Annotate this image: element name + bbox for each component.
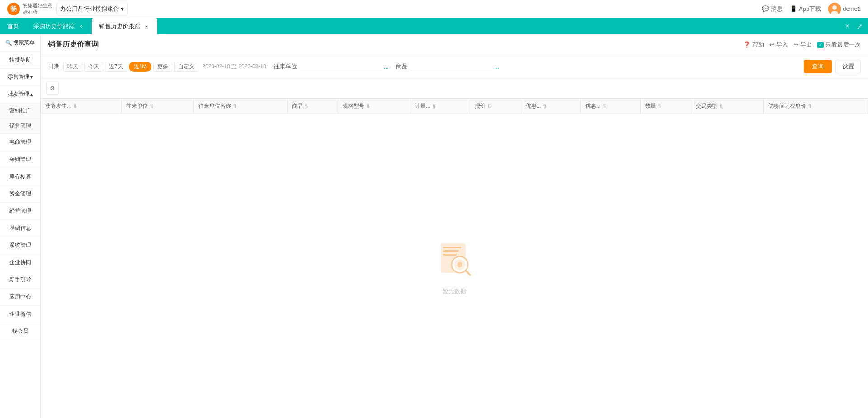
close-window-btn[interactable]: × — [844, 20, 851, 32]
th-counterpart-code[interactable]: 往来单位 ⇅ — [122, 99, 194, 114]
sidebar-item-basic-info[interactable]: 基础信息 — [0, 220, 40, 237]
tab-sales-history[interactable]: 销售历史价跟踪 × — [92, 18, 157, 34]
tab-home[interactable]: 首页 — [0, 18, 26, 34]
sidebar-item-ecommerce[interactable]: 电商管理 — [0, 134, 40, 151]
sidebar-item-finance[interactable]: 资金管理 — [0, 185, 40, 203]
product-label: 商品 — [396, 62, 408, 71]
counterpart-picker-btn[interactable]: ... — [384, 63, 389, 70]
settings-button[interactable]: 设置 — [835, 60, 861, 73]
sidebar-item-new-guide[interactable]: 新手引导 — [0, 271, 40, 289]
sidebar-item-ops[interactable]: 经营管理 — [0, 203, 40, 220]
table-toolbar: ⚙ — [41, 78, 868, 99]
tab-sales-close[interactable]: × — [143, 23, 150, 30]
sidebar-item-enterprise-collab[interactable]: 企业协同 — [0, 254, 40, 271]
import-btn[interactable]: ↩ 导入 — [769, 41, 788, 49]
main-layout: 🔍 搜索菜单 快捷导航 零售管理 ▾ 批发管理 ▴ 营销推广 销售管理 电商管理… — [0, 34, 868, 418]
data-table: 业务发生... ⇅ 往来单位 ⇅ 往来单位名称 — [41, 99, 868, 114]
sidebar-item-marketing[interactable]: 营销推广 — [0, 103, 40, 119]
th-biz-date[interactable]: 业务发生... ⇅ — [41, 99, 122, 114]
date-btn-today[interactable]: 今天 — [84, 62, 103, 72]
th-discount2[interactable]: 优惠... ⇅ — [580, 99, 640, 114]
settings-icon: ⚙ — [50, 85, 55, 92]
th-discount1[interactable]: 优惠... ⇅ — [521, 99, 580, 114]
sort-icon: ⇅ — [719, 104, 723, 109]
date-btn-last1m[interactable]: 近1M — [129, 62, 152, 72]
only-last-checkbox[interactable]: ✓ — [817, 42, 824, 48]
column-settings-btn[interactable]: ⚙ — [46, 82, 59, 95]
sort-icon: ⇅ — [150, 104, 153, 109]
date-range-text: 2023-02-18 至 2023-03-18 — [202, 63, 266, 71]
sidebar-item-app-center[interactable]: 应用中心 — [0, 289, 40, 306]
sidebar-item-member[interactable]: 畅会员 — [0, 323, 40, 340]
date-label: 日期 — [48, 62, 60, 71]
th-quote[interactable]: 报价 ⇅ — [470, 99, 521, 114]
date-btn-more[interactable]: 更多 — [153, 62, 172, 72]
help-btn[interactable]: ❓ 帮助 — [743, 41, 764, 49]
tab-sales-label: 销售历史价跟踪 — [99, 22, 140, 30]
svg-point-10 — [457, 262, 462, 267]
import-icon: ↩ — [769, 41, 774, 48]
svg-line-9 — [466, 271, 470, 275]
header-left: 畅 畅捷通好生意 标准版 办公用品行业模拟账套 ▾ — [7, 2, 128, 15]
page-title: 销售历史价查询 — [48, 40, 99, 49]
export-icon: ↪ — [793, 41, 798, 48]
th-product[interactable]: 商品 ⇅ — [287, 99, 338, 114]
sort-icon: ⇅ — [487, 104, 491, 109]
th-counterpart-name[interactable]: 往来单位名称 ⇅ — [193, 99, 287, 114]
download-icon: 📱 — [790, 5, 797, 12]
sidebar-item-inventory[interactable]: 库存核算 — [0, 168, 40, 185]
sidebar-item-wholesale-mgmt[interactable]: 批发管理 ▴ — [0, 86, 40, 103]
sidebar-item-enterprise-wechat[interactable]: 企业微信 — [0, 306, 40, 323]
top-header: 畅 畅捷通好生意 标准版 办公用品行业模拟账套 ▾ 💬 消息 📱 App下载 — [0, 0, 868, 18]
chevron-down-icon: ▾ — [30, 75, 33, 80]
help-icon: ❓ — [743, 41, 750, 48]
table-header-row: 业务发生... ⇅ 往来单位 ⇅ 往来单位名称 — [41, 99, 868, 114]
query-button[interactable]: 查询 — [804, 60, 832, 73]
sidebar-item-search-menu[interactable]: 🔍 搜索菜单 — [0, 34, 40, 52]
chevron-down-icon: ▾ — [121, 5, 124, 12]
th-trade-type[interactable]: 交易类型 ⇅ — [691, 99, 764, 114]
th-spec[interactable]: 规格型号 ⇅ — [338, 99, 410, 114]
tab-bar: 首页 采购历史价跟踪 × 销售历史价跟踪 × × ⤢ — [0, 18, 868, 34]
user-action[interactable]: demo2 — [828, 3, 861, 15]
sort-icon: ⇅ — [366, 104, 370, 109]
message-action[interactable]: 💬 消息 — [762, 5, 783, 13]
product-input[interactable] — [410, 62, 492, 71]
sort-icon: ⇅ — [432, 104, 436, 109]
date-buttons: 昨天 今天 近7天 近1M 更多 自定义 — [63, 62, 198, 72]
empty-state: 暂无数据 — [41, 114, 868, 418]
sort-icon: ⇅ — [305, 104, 308, 109]
sort-icon: ⇅ — [73, 104, 77, 109]
app-selector-label: 办公用品行业模拟账套 — [60, 5, 119, 13]
tab-purchase-close[interactable]: × — [77, 23, 85, 30]
th-pre-tax-price[interactable]: 优惠前无税单价 ⇅ — [764, 99, 868, 114]
filter-area: 日期 昨天 今天 近7天 近1M 更多 自定义 2023-02-18 至 202… — [41, 55, 868, 78]
export-btn[interactable]: ↪ 导出 — [793, 41, 812, 49]
svg-rect-6 — [443, 254, 457, 256]
sidebar-item-retail-mgmt[interactable]: 零售管理 ▾ — [0, 69, 40, 86]
date-btn-last7[interactable]: 近7天 — [105, 62, 127, 72]
date-btn-yesterday[interactable]: 昨天 — [63, 62, 82, 72]
tab-bar-actions: × ⤢ — [844, 20, 868, 33]
only-last-checkbox-group[interactable]: ✓ 只看最后一次 — [817, 41, 861, 49]
date-btn-custom[interactable]: 自定义 — [174, 62, 198, 72]
page-actions: ❓ 帮助 ↩ 导入 ↪ 导出 ✓ 只看最后一次 — [743, 41, 861, 49]
app-selector[interactable]: 办公用品行业模拟账套 ▾ — [56, 3, 128, 15]
message-label: 消息 — [771, 5, 783, 13]
empty-text: 暂无数据 — [443, 287, 466, 295]
th-quantity[interactable]: 数量 ⇅ — [640, 99, 691, 114]
sidebar-item-purchase[interactable]: 采购管理 — [0, 151, 40, 168]
sidebar-item-system[interactable]: 系统管理 — [0, 237, 40, 254]
counterpart-input[interactable] — [300, 62, 381, 71]
expand-window-btn[interactable]: ⤢ — [855, 20, 864, 33]
sidebar-item-quick-nav[interactable]: 快捷导航 — [0, 52, 40, 69]
sidebar-item-sales-mgmt[interactable]: 销售管理 — [0, 119, 40, 134]
tab-purchase-history[interactable]: 采购历史价跟踪 × — [26, 18, 92, 34]
header-right: 💬 消息 📱 App下载 demo2 — [762, 3, 861, 15]
sort-icon: ⇅ — [808, 104, 811, 109]
th-unit[interactable]: 计量... ⇅ — [410, 99, 470, 114]
empty-illustration — [432, 237, 477, 282]
product-picker-btn[interactable]: ... — [495, 63, 500, 70]
date-filter-group: 日期 昨天 今天 近7天 近1M 更多 自定义 2023-02-18 至 202… — [48, 62, 266, 72]
app-download-action[interactable]: 📱 App下载 — [790, 5, 821, 13]
